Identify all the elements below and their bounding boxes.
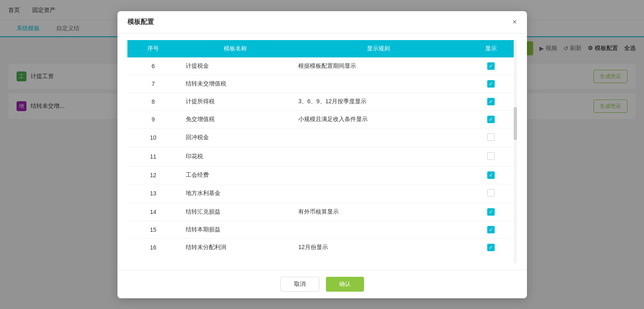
scrollbar-track <box>514 40 517 263</box>
table-body: 6计提税金根据模板配置期间显示7结转未交增值税8计提所得税3、6、9、12月按季… <box>127 57 517 256</box>
dialog-body: 序号 模板名称 显示规则 显示 6计提税金根据模板配置期间显示7结转未交增值税8… <box>117 33 527 270</box>
col-header-rule: 显示规则 <box>292 40 465 57</box>
cell-checkbox <box>465 203 517 221</box>
cell-no: 8 <box>127 93 180 110</box>
cell-name: 计提税金 <box>179 57 292 75</box>
table-row: 11印花税 <box>127 147 517 166</box>
cell-rule <box>292 166 465 184</box>
cell-checkbox <box>465 128 517 147</box>
dialog-title: 模板配置 <box>127 18 154 26</box>
dialog-header: 模板配置 × <box>117 11 527 33</box>
template-table: 序号 模板名称 显示规则 显示 6计提税金根据模板配置期间显示7结转未交增值税8… <box>127 40 517 256</box>
cell-name: 印花税 <box>179 147 292 166</box>
cell-name: 计提所得税 <box>179 93 292 110</box>
cell-rule: 3、6、9、12月按季度显示 <box>292 93 465 110</box>
table-row: 9免交增值税小规模且满足收入条件显示 <box>127 110 517 128</box>
cell-name: 地方水利基金 <box>179 184 292 203</box>
checkbox-8[interactable] <box>487 98 495 105</box>
checkbox-15[interactable] <box>487 226 495 233</box>
cell-checkbox <box>465 184 517 203</box>
cell-no: 15 <box>127 221 180 238</box>
cell-rule <box>292 221 465 238</box>
dialog-footer: 取消 确认 <box>117 270 527 298</box>
checkbox-16[interactable] <box>487 244 495 251</box>
checkbox-11[interactable] <box>487 152 495 160</box>
col-header-no: 序号 <box>127 40 180 57</box>
cell-checkbox <box>465 166 517 184</box>
cell-name: 结转汇兑损益 <box>179 203 292 221</box>
dialog-close-button[interactable]: × <box>512 18 517 26</box>
table-row: 13地方水利基金 <box>127 184 517 203</box>
cell-name: 免交增值税 <box>179 110 292 128</box>
col-header-display: 显示 <box>465 40 517 57</box>
cell-rule: 小规模且满足收入条件显示 <box>292 110 465 128</box>
dialog-overlay: 模板配置 × 序号 模板名称 显示规则 显示 6计提税金根据模板配置期间显 <box>0 0 644 309</box>
cell-checkbox <box>465 147 517 166</box>
cell-no: 12 <box>127 166 180 184</box>
cell-no: 16 <box>127 238 180 256</box>
cell-no: 9 <box>127 110 180 128</box>
cell-no: 6 <box>127 57 180 75</box>
cell-name: 结转本期损益 <box>179 221 292 238</box>
cell-name: 结转未交增值税 <box>179 75 292 93</box>
table-row: 12工会经费 <box>127 166 517 184</box>
cell-name: 回冲税金 <box>179 128 292 147</box>
checkbox-6[interactable] <box>487 62 495 70</box>
table-row: 6计提税金根据模板配置期间显示 <box>127 57 517 75</box>
cell-name: 工会经费 <box>179 166 292 184</box>
checkbox-9[interactable] <box>487 116 495 123</box>
cell-no: 7 <box>127 75 180 93</box>
cell-checkbox <box>465 221 517 238</box>
cell-checkbox <box>465 110 517 128</box>
checkbox-12[interactable] <box>487 171 495 179</box>
cell-checkbox <box>465 57 517 75</box>
cell-checkbox <box>465 238 517 256</box>
checkbox-10[interactable] <box>487 133 495 141</box>
template-config-dialog: 模板配置 × 序号 模板名称 显示规则 显示 6计提税金根据模板配置期间显 <box>117 11 527 298</box>
confirm-button[interactable]: 确认 <box>326 277 364 292</box>
cell-no: 10 <box>127 128 180 147</box>
checkbox-14[interactable] <box>487 208 495 216</box>
checkbox-7[interactable] <box>487 80 495 88</box>
cell-no: 14 <box>127 203 180 221</box>
table-row: 14结转汇兑损益有外币核算显示 <box>127 203 517 221</box>
checkbox-13[interactable] <box>487 189 495 197</box>
table-row: 8计提所得税3、6、9、12月按季度显示 <box>127 93 517 110</box>
cell-no: 11 <box>127 147 180 166</box>
cell-rule: 根据模板配置期间显示 <box>292 57 465 75</box>
table-row: 15结转本期损益 <box>127 221 517 238</box>
table-row: 7结转未交增值税 <box>127 75 517 93</box>
cell-checkbox <box>465 93 517 110</box>
cell-rule: 12月份显示 <box>292 238 465 256</box>
table-row: 10回冲税金 <box>127 128 517 147</box>
cell-rule <box>292 184 465 203</box>
table-header: 序号 模板名称 显示规则 显示 <box>127 40 517 57</box>
scrollbar-thumb[interactable] <box>514 107 517 140</box>
cancel-button[interactable]: 取消 <box>280 277 319 292</box>
cell-rule: 有外币核算显示 <box>292 203 465 221</box>
cell-rule <box>292 75 465 93</box>
cell-rule <box>292 147 465 166</box>
col-header-name: 模板名称 <box>179 40 292 57</box>
table-row: 16结转未分配利润12月份显示 <box>127 238 517 256</box>
cell-checkbox <box>465 75 517 93</box>
cell-name: 结转未分配利润 <box>179 238 292 256</box>
table-container[interactable]: 序号 模板名称 显示规则 显示 6计提税金根据模板配置期间显示7结转未交增值税8… <box>127 40 517 263</box>
cell-no: 13 <box>127 184 180 203</box>
cell-rule <box>292 128 465 147</box>
